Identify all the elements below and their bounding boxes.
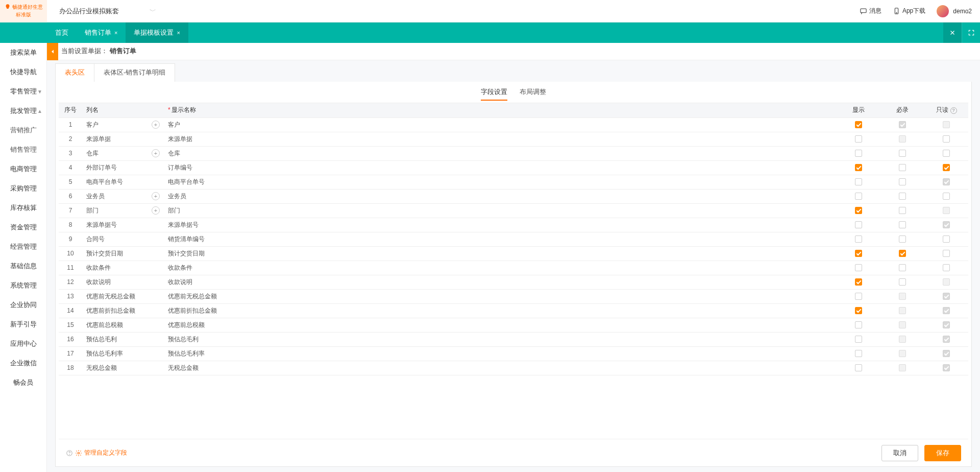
checkbox[interactable] — [855, 150, 862, 157]
checkbox[interactable] — [855, 307, 862, 314]
cell-display-name[interactable]: 客户 — [164, 117, 837, 132]
cell-display-name[interactable]: 预估总毛利 — [164, 332, 837, 346]
checkbox[interactable] — [943, 150, 950, 157]
checkbox[interactable] — [943, 235, 950, 243]
cell-display-name[interactable]: 无税总金额 — [164, 361, 837, 375]
page-tab[interactable]: 销售订单× — [77, 22, 126, 43]
cell-display-name[interactable]: 收款说明 — [164, 275, 837, 289]
area-tab[interactable]: 表头区 — [55, 63, 94, 82]
manage-custom-fields-link[interactable]: 管理自定义字段 — [84, 449, 127, 457]
close-icon[interactable]: × — [114, 30, 117, 36]
sidebar-item[interactable]: 企业微信 — [0, 353, 46, 373]
sidebar-item[interactable]: 零售管理▼ — [0, 82, 46, 101]
checkbox[interactable] — [855, 135, 862, 143]
checkbox[interactable] — [899, 278, 906, 286]
close-icon[interactable]: × — [177, 30, 180, 36]
cell-display-name[interactable]: 优惠前折扣总金额 — [164, 303, 837, 318]
checkbox[interactable] — [855, 364, 862, 371]
cell-ro — [924, 203, 968, 218]
cell-display-name[interactable]: 预计交货日期 — [164, 246, 837, 261]
cell-display-name[interactable]: 订单编号 — [164, 160, 837, 175]
checkbox[interactable] — [855, 264, 862, 271]
checkbox[interactable] — [855, 178, 862, 185]
sidebar-item[interactable]: 新手引导 — [0, 315, 46, 334]
area-tab[interactable]: 表体区-销售订单明细 — [94, 63, 175, 82]
checkbox[interactable] — [899, 264, 906, 271]
help-icon[interactable]: ? — [950, 107, 957, 114]
user-menu[interactable]: demo2 — [937, 5, 972, 17]
expand-icon[interactable]: + — [152, 206, 160, 215]
close-tab-button[interactable] — [943, 22, 962, 43]
checkbox[interactable] — [899, 250, 906, 257]
cell-display-name[interactable]: 电商平台单号 — [164, 175, 837, 189]
cell-display-name[interactable]: 优惠前无税总金额 — [164, 289, 837, 303]
checkbox[interactable] — [855, 321, 862, 328]
cell-display-name[interactable]: 销货清单编号 — [164, 232, 837, 246]
cell-display-name[interactable]: 收款条件 — [164, 261, 837, 275]
checkbox[interactable] — [855, 193, 862, 200]
sidebar-item[interactable]: 电商管理 — [0, 159, 46, 179]
sidebar-item[interactable]: 采购管理 — [0, 179, 46, 198]
sidebar-item[interactable]: 快捷导航 — [0, 62, 46, 82]
sidebar-item[interactable]: 畅会员 — [0, 373, 46, 392]
sidebar-item[interactable]: 基础信息 — [0, 256, 46, 276]
checkbox[interactable] — [899, 164, 906, 171]
sidebar-item[interactable]: 库存核算 — [0, 198, 46, 218]
checkbox[interactable] — [855, 235, 862, 243]
checkbox[interactable] — [855, 293, 862, 300]
sidebar-subitem[interactable]: 销售管理 — [0, 140, 46, 159]
sidebar-item[interactable]: 企业协同 — [0, 295, 46, 315]
cell-display-name[interactable]: 预估总毛利率 — [164, 346, 837, 361]
expand-icon[interactable]: + — [152, 149, 160, 157]
banner-flag-icon[interactable] — [47, 43, 58, 60]
cell-display-name[interactable]: 部门 — [164, 203, 837, 218]
fullscreen-button[interactable] — [962, 22, 980, 43]
cell-show — [837, 303, 880, 318]
checkbox[interactable] — [899, 207, 906, 214]
cell-index: 6 — [59, 189, 82, 203]
sidebar-item[interactable]: 应用中心 — [0, 334, 46, 353]
sidebar-item[interactable]: 资金管理 — [0, 218, 46, 237]
sidebar-item[interactable]: 搜索菜单 — [0, 43, 46, 62]
checkbox[interactable] — [855, 350, 862, 357]
expand-icon[interactable]: + — [152, 192, 160, 200]
checkbox[interactable] — [855, 207, 862, 214]
cell-display-name[interactable]: 仓库 — [164, 146, 837, 160]
checkbox[interactable] — [943, 264, 950, 271]
checkbox[interactable] — [899, 193, 906, 200]
sidebar-item[interactable]: 经营管理 — [0, 237, 46, 256]
sidebar-item-label: 电商管理 — [10, 165, 37, 174]
checkbox[interactable] — [899, 235, 906, 243]
checkbox[interactable] — [855, 121, 862, 128]
account-selector[interactable]: 办公品行业模拟账套 ﹀ — [59, 7, 156, 16]
checkbox[interactable] — [855, 336, 862, 343]
save-button[interactable]: 保存 — [924, 445, 961, 461]
app-download-button[interactable]: App下载 — [893, 7, 925, 15]
cancel-button[interactable]: 取消 — [881, 445, 918, 461]
cell-display-name[interactable]: 来源单据号 — [164, 218, 837, 232]
checkbox[interactable] — [899, 178, 906, 185]
page-tab[interactable]: 单据模板设置× — [126, 22, 188, 43]
checkbox[interactable] — [943, 164, 950, 171]
sidebar-subitem[interactable]: 营销推广 — [0, 121, 46, 140]
cell-display-name[interactable]: 优惠前总税额 — [164, 318, 837, 332]
checkbox[interactable] — [899, 150, 906, 157]
sub-tab[interactable]: 布局调整 — [520, 88, 546, 101]
checkbox[interactable] — [943, 193, 950, 200]
expand-icon[interactable]: + — [152, 121, 160, 129]
cell-display-name[interactable]: 业务员 — [164, 189, 837, 203]
page-tab[interactable]: 首页 — [47, 22, 77, 43]
sub-tab[interactable]: 字段设置 — [481, 88, 507, 101]
checkbox[interactable] — [855, 250, 862, 257]
checkbox[interactable] — [855, 221, 862, 228]
checkbox[interactable] — [855, 278, 862, 286]
checkbox[interactable] — [855, 164, 862, 171]
sidebar-item[interactable]: 批发管理▲ — [0, 101, 46, 121]
table-row: 13优惠前无税总金额优惠前无税总金额 — [59, 289, 968, 303]
checkbox[interactable] — [943, 135, 950, 143]
checkbox[interactable] — [943, 250, 950, 257]
checkbox[interactable] — [899, 221, 906, 228]
message-button[interactable]: 消息 — [860, 7, 881, 15]
cell-display-name[interactable]: 来源单据 — [164, 132, 837, 146]
sidebar-item[interactable]: 系统管理 — [0, 276, 46, 295]
